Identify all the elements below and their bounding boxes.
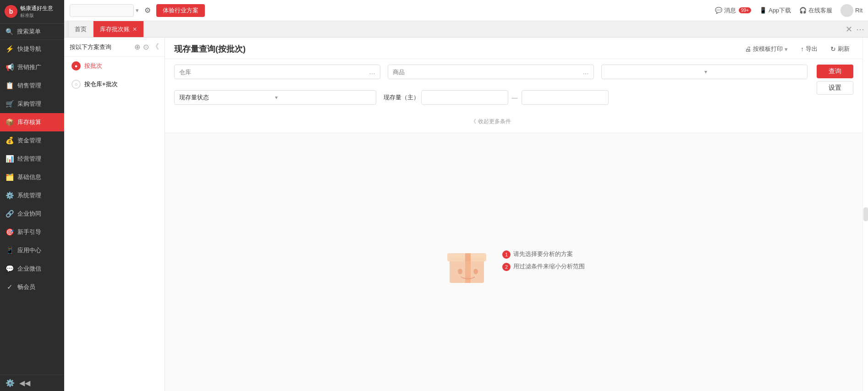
status-filter[interactable]: ▾ [601,65,808,79]
empty-step-2: 2 用过滤条件来缩小分析范围 [502,262,585,271]
purchase-icon: 🛒 [5,100,14,108]
finance-icon: 💰 [5,136,14,145]
user-avatar-item[interactable]: Rit [841,4,863,17]
sidebar-item-newbie[interactable]: 🎯 新手引导 [0,223,64,241]
empty-text: 1 请先选择要分析的方案 2 用过滤条件来缩小分析范围 [502,250,585,275]
print-btn[interactable]: 🖨 按模板打印 ▾ [741,43,791,55]
operations-icon: 📊 [5,155,14,163]
tab-close-icon[interactable]: ✕ [132,26,137,33]
scheme-item-warehouse-batch[interactable]: ○ 按仓库+批次 [64,75,165,93]
collapse-btn[interactable]: 《 收起更多条件 [174,116,808,127]
svg-rect-3 [465,261,471,283]
service-icon: 🎧 [799,7,807,14]
scheme-header: 按以下方案查询 ⊕ ⊙ 《 [64,38,165,57]
goods-input[interactable] [393,69,581,76]
search-icon: 🔍 [5,28,13,35]
sidebar-item-sales[interactable]: 📋 销售管理 [0,76,64,95]
qty-min-input[interactable] [426,94,503,101]
sidebar-item-finance[interactable]: 💰 资金管理 [0,131,64,150]
collapse-up-icon: 《 [471,118,476,125]
right-toggle[interactable] [863,207,868,221]
app-download-item[interactable]: 📱 App下载 [759,6,791,15]
collapse-scheme-icon[interactable]: 《 [152,42,159,52]
expand-icon[interactable]: ⋯ [856,24,864,34]
sidebar-item-marketing[interactable]: 📢 营销推广 [0,58,64,76]
sidebar-item-operations[interactable]: 📊 经营管理 [0,150,64,168]
query-button[interactable]: 查询 [817,65,853,78]
print-icon: 🖨 [745,45,751,53]
goods-more-icon[interactable]: … [582,68,589,76]
tab-inventory-batch[interactable]: 库存批次账 ✕ [93,21,144,37]
action-buttons: 查询 设置 [817,65,853,95]
print-dropdown-icon[interactable]: ▾ [785,46,788,53]
refresh-btn[interactable]: ↻ 刷新 [827,43,853,55]
scheme-active-dot: ● [71,61,81,71]
export-icon: ↑ [801,45,804,53]
scheme-item-batch[interactable]: ● 按批次 [64,57,165,75]
topbar-gear-icon[interactable]: ⚙ [144,6,151,15]
status-dropdown-icon[interactable]: ▾ [704,69,802,75]
sidebar-search[interactable]: 🔍 搜索菜单 [0,24,64,40]
logo-text: 畅康通好生意 标准版 [20,5,53,19]
message-item[interactable]: 💬 消息 99+ [715,6,751,15]
warehouse-filter[interactable]: … [174,65,380,79]
wechat-icon: 💬 [5,265,14,273]
sidebar-item-purchase[interactable]: 🛒 采购管理 [0,95,64,113]
content-area: 按以下方案查询 ⊕ ⊙ 《 ● 按批次 ○ 按仓库+批次 现存量查询(按批次) [64,38,868,391]
sidebar-item-basic[interactable]: 🗂️ 基础信息 [0,168,64,186]
scheme-settings-icon[interactable]: ⊙ [143,43,149,51]
empty-illustration [443,239,489,285]
collapse-icon[interactable]: ◀◀ [19,379,30,387]
settings-icon[interactable]: ⚙️ [5,379,15,387]
panel-close-area: ✕ ⋯ [846,24,864,34]
empty-state: 1 请先选择要分析的方案 2 用过滤条件来缩小分析范围 [165,133,863,391]
add-scheme-icon[interactable]: ⊕ [134,43,140,51]
export-btn[interactable]: ↑ 导出 [797,43,821,55]
sidebar-item-apps[interactable]: 📱 应用中心 [0,241,64,260]
online-service-item[interactable]: 🎧 在线客服 [799,6,832,15]
sidebar: b 畅康通好生意 标准版 🔍 搜索菜单 ⚡ 快捷导航 📢 营销推广 📋 销售管理… [0,0,64,391]
download-icon: 📱 [759,7,767,14]
logo-icon: b [5,5,17,18]
right-border-panel [863,38,868,391]
filter-row-2: 现存量状态 ▾ 现存量（主） — [174,90,808,105]
close-panel-icon[interactable]: ✕ [846,24,852,34]
topbar: ▾ ⚙ 体验行业方案 💬 消息 99+ 📱 App下载 🎧 在线客服 Rit [64,0,868,21]
experience-btn[interactable]: 体验行业方案 [156,4,205,17]
marketing-icon: 📢 [5,63,14,71]
newbie-icon: 🎯 [5,228,14,236]
topbar-left: ▾ ⚙ 体验行业方案 [70,4,715,17]
member-icon: ✓ [5,283,14,291]
settings-button[interactable]: 设置 [817,81,853,95]
tab-home[interactable]: 首页 [68,21,93,37]
box-svg [443,239,493,290]
sales-icon: 📋 [5,81,14,90]
stock-status-filter[interactable]: 现存量状态 ▾ [174,90,376,105]
sidebar-item-shortcut[interactable]: ⚡ 快捷导航 [0,40,64,58]
stock-qty-max-input[interactable] [522,90,609,105]
shortcut-icon: ⚡ [5,45,14,53]
stock-status-dropdown-icon[interactable]: ▾ [275,94,371,101]
refresh-icon: ↻ [830,45,836,53]
sidebar-item-wechat[interactable]: 💬 企业微信 [0,260,64,278]
goods-filter[interactable]: … [388,65,594,79]
filter-section: … … ▾ [165,59,863,133]
sidebar-item-enterprise[interactable]: 🔗 企业协同 [0,205,64,223]
scheme-inactive-dot: ○ [71,80,81,89]
qty-max-input[interactable] [527,94,604,101]
empty-step-1: 1 请先选择要分析的方案 [502,250,585,259]
filter-row-1: … … ▾ [174,65,808,79]
sidebar-item-member[interactable]: ✓ 畅会员 [0,278,64,296]
warehouse-more-icon[interactable]: … [369,68,375,76]
svg-point-5 [473,269,478,274]
scheme-panel: 按以下方案查询 ⊕ ⊙ 《 ● 按批次 ○ 按仓库+批次 [64,38,165,391]
sidebar-item-system[interactable]: ⚙️ 系统管理 [0,186,64,205]
topbar-search-input[interactable] [70,4,134,17]
stock-qty-min-input[interactable] [421,90,508,105]
svg-point-4 [458,269,462,274]
topbar-dropdown-icon[interactable]: ▾ [136,7,139,14]
sidebar-item-inventory[interactable]: 📦 库存核算 [0,113,64,131]
query-title: 现存量查询(按批次) [174,43,741,54]
warehouse-input[interactable] [179,69,367,76]
message-icon: 💬 [715,7,722,14]
